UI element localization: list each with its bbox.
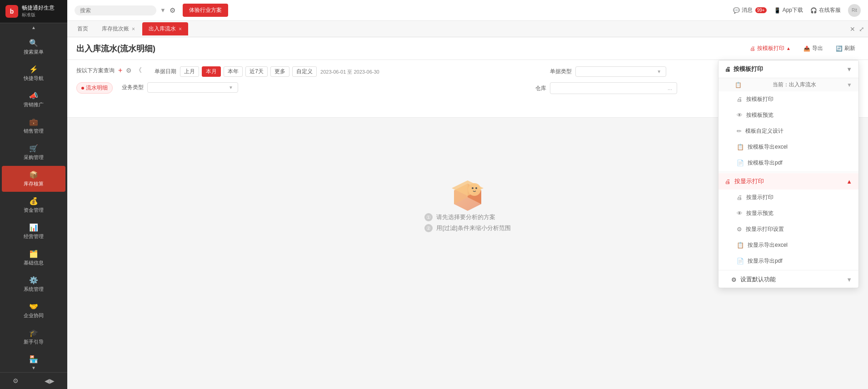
filter-add-button[interactable]: + bbox=[118, 66, 122, 75]
sidebar-item-operations[interactable]: 📊经营管理 bbox=[2, 219, 65, 244]
date-btn-自定义[interactable]: 自定义 bbox=[292, 66, 317, 77]
dropdown-sub-按显示导出pdf[interactable]: 📄按显示导出pdf bbox=[718, 253, 858, 269]
sidebar-logo: b 畅捷通好生意 标准版 bbox=[0, 0, 67, 23]
date-btn-上月[interactable]: 上月 bbox=[180, 66, 199, 77]
window-expand-icon[interactable]: ⤢ bbox=[859, 25, 864, 33]
scroll-down-arrow[interactable]: ▼ bbox=[31, 365, 36, 370]
filter-collapse-button[interactable]: 《 bbox=[135, 66, 142, 75]
dropdown-sub-icon: 📋 bbox=[737, 242, 744, 249]
date-filter-group: 单据日期 上月本月本年近7天更多自定义2023-06-01 至 2023-06-… bbox=[155, 66, 541, 77]
sidebar-item-finance[interactable]: 💰资金管理 bbox=[2, 192, 65, 218]
sidebar-item-system[interactable]: ⚙️系统管理 bbox=[2, 271, 65, 297]
dropdown-header-label: 按模板打印 bbox=[733, 65, 763, 73]
filter-settings-button[interactable]: ⚙ bbox=[126, 67, 132, 74]
date-btn-更多[interactable]: 更多 bbox=[270, 66, 289, 77]
svg-point-4 bbox=[468, 183, 481, 196]
app-download-icon: 📱 bbox=[774, 7, 781, 14]
dropdown-template-按模板打印[interactable]: 🖨按模板打印 bbox=[718, 91, 858, 107]
search-icon: 🔍 bbox=[29, 39, 38, 47]
export-button[interactable]: 📤 导出 bbox=[800, 43, 827, 54]
export-label: 导出 bbox=[812, 45, 823, 52]
tab-flow[interactable]: 出入库流水× bbox=[142, 22, 188, 35]
tab-home[interactable]: 首页 bbox=[71, 22, 95, 35]
dropdown-sub-按显示打印[interactable]: 🖨按显示打印 bbox=[718, 190, 858, 205]
dropdown-print-icon: 🖨 bbox=[725, 66, 731, 73]
sidebar-item-quick[interactable]: ⚡快捷导航 bbox=[2, 60, 65, 86]
tab-label-batch: 库存批次账 bbox=[102, 25, 129, 33]
step-text-2: 用[过滤]条件来缩小分析范围 bbox=[436, 224, 510, 232]
app-logo-icon: b bbox=[5, 5, 18, 18]
dropdown-sub-按显示导出excel[interactable]: 📋按显示导出excel bbox=[718, 237, 858, 253]
sidebar-nav: 🔍搜索菜单⚡快捷导航📣营销推广💼销售管理🛒采购管理📦库存核算💰资金管理📊经营管理… bbox=[0, 32, 67, 364]
basic-icon: 🗂️ bbox=[29, 249, 38, 258]
date-btn-本年[interactable]: 本年 bbox=[224, 66, 243, 77]
sidebar-item-appstore[interactable]: 🏪应用中心 bbox=[2, 350, 65, 364]
biz-type-chevron: ▼ bbox=[229, 85, 233, 90]
dropdown-template-模板自定义设计[interactable]: ✏模板自定义设计 bbox=[718, 123, 858, 139]
sidebar-item-purchase[interactable]: 🛒采购管理 bbox=[2, 140, 65, 165]
tag-label: 流水明细 bbox=[86, 84, 108, 92]
sales-icon: 💼 bbox=[29, 118, 38, 126]
sidebar-item-guide[interactable]: 🎓新手引导 bbox=[2, 324, 65, 350]
sidebar-toggle-btn[interactable]: ◀▶ bbox=[45, 377, 55, 384]
dropdown-sub-按显示预览[interactable]: 👁按显示预览 bbox=[718, 205, 858, 221]
bill-type-label: 单据类型 bbox=[550, 68, 572, 75]
warehouse-select[interactable]: ... bbox=[550, 82, 677, 94]
app-download-button[interactable]: 📱 App下载 bbox=[774, 6, 803, 14]
bill-type-select[interactable]: ▼ bbox=[575, 66, 666, 77]
topbar-search-box[interactable] bbox=[75, 5, 156, 15]
dropdown-current-chevron[interactable]: ▼ bbox=[847, 82, 852, 88]
step-num-1: ① bbox=[424, 213, 433, 221]
date-btn-本月[interactable]: 本月 bbox=[202, 66, 221, 77]
dropdown-sub-icon: ⚙ bbox=[737, 226, 742, 233]
warehouse-label: 仓库 bbox=[535, 85, 546, 92]
topbar-chevron-icon[interactable]: ▼ bbox=[160, 7, 166, 14]
dropdown-title: 🖨 按模板打印 bbox=[725, 65, 763, 73]
search-input[interactable] bbox=[80, 7, 151, 14]
tab-close-flow[interactable]: × bbox=[179, 26, 182, 32]
user-avatar-button[interactable]: Rit bbox=[848, 4, 861, 17]
refresh-button[interactable]: 🔄 刷新 bbox=[832, 43, 859, 54]
finance-label: 资金管理 bbox=[24, 207, 44, 214]
topbar-gear-icon[interactable]: ⚙ bbox=[170, 6, 175, 15]
dropdown-active-section-header[interactable]: 🖨 按显示打印 ▲ bbox=[718, 173, 858, 190]
window-close-icon[interactable]: ✕ bbox=[850, 25, 855, 33]
sidebar-item-marketing[interactable]: 📣营销推广 bbox=[2, 87, 65, 113]
dropdown-template-按模板导出pdf[interactable]: 📄按模板导出pdf bbox=[718, 155, 858, 171]
dropdown-footer-item[interactable]: ⚙ 设置默认功能 ▼ bbox=[718, 271, 858, 288]
sidebar-item-sales[interactable]: 💼销售管理 bbox=[2, 113, 65, 139]
scroll-up-arrow[interactable]: ▲ bbox=[31, 25, 36, 30]
trial-button[interactable]: 体验行业方案 bbox=[183, 4, 228, 17]
tab-label-home: 首页 bbox=[77, 25, 88, 33]
sidebar-item-enterprise[interactable]: 🤝企业协同 bbox=[2, 298, 65, 324]
refresh-icon: 🔄 bbox=[836, 45, 843, 52]
customer-service-button[interactable]: 🎧 在线客服 bbox=[810, 6, 841, 14]
app-download-label: App下载 bbox=[783, 6, 803, 14]
biz-type-select[interactable]: ▼ bbox=[147, 82, 238, 93]
dropdown-template-按模板预览[interactable]: 👁按模板预览 bbox=[718, 107, 858, 123]
sidebar-item-basic[interactable]: 🗂️基础信息 bbox=[2, 245, 65, 271]
purchase-icon: 🛒 bbox=[29, 144, 38, 153]
dropdown-item-icon: 📄 bbox=[737, 160, 744, 166]
bill-type-chevron: ▼ bbox=[657, 69, 661, 74]
dropdown-item-icon: 👁 bbox=[737, 112, 743, 119]
filter-controls: 按以下方案查询 + ⚙ 《 bbox=[76, 66, 142, 75]
message-button[interactable]: 💬 消息 99+ bbox=[733, 6, 767, 14]
date-filter-label: 单据日期 bbox=[155, 68, 176, 75]
tab-close-batch[interactable]: × bbox=[132, 26, 135, 32]
active-section-icon: 🖨 bbox=[725, 178, 731, 185]
dropdown-template-按模板导出excel[interactable]: 📋按模板导出excel bbox=[718, 139, 858, 155]
operations-icon: 📊 bbox=[29, 223, 38, 232]
dropdown-header-chevron[interactable]: ▼ bbox=[846, 66, 852, 73]
flow-detail-tag[interactable]: 流水明细 bbox=[76, 82, 113, 94]
date-btn-近7天[interactable]: 近7天 bbox=[245, 66, 268, 77]
sidebar-settings-btn[interactable]: ⚙ bbox=[13, 377, 19, 384]
marketing-icon: 📣 bbox=[29, 91, 38, 100]
dropdown-sub-按显示打印设置[interactable]: ⚙按显示打印设置 bbox=[718, 221, 858, 237]
tab-batch[interactable]: 库存批次账× bbox=[95, 22, 141, 35]
print-template-button[interactable]: 🖨 按模板打印 ▲ bbox=[746, 43, 794, 54]
print-dropdown-panel: 🖨 按模板打印 ▼ 📋 当前：出入库流水 ▼ 🖨按模板打印👁按模板预览✏模板自定… bbox=[718, 60, 859, 288]
sidebar: b 畅捷通好生意 标准版 ▲ 🔍搜索菜单⚡快捷导航📣营销推广💼销售管理🛒采购管理… bbox=[0, 0, 67, 389]
sidebar-item-inventory[interactable]: 📦库存核算 bbox=[2, 166, 65, 192]
sidebar-item-search[interactable]: 🔍搜索菜单 bbox=[2, 34, 65, 60]
